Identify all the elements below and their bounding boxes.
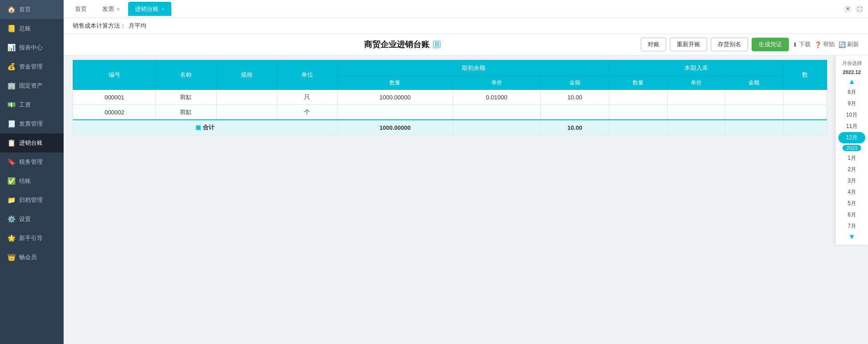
month-item-9[interactable]: 9月 bbox=[836, 98, 868, 109]
reports-icon: 📊 bbox=[7, 44, 15, 52]
sub-col-qty-in: 数量 bbox=[609, 76, 667, 90]
sidebar-item-label: 进销台账 bbox=[19, 139, 43, 147]
cell-qty-in bbox=[609, 105, 667, 120]
month-item-6[interactable]: 6月 bbox=[836, 209, 868, 221]
cell-name: 前缸 bbox=[156, 90, 216, 105]
tab-invoice[interactable]: 发票 × bbox=[95, 2, 126, 16]
col-unit: 单位 bbox=[277, 60, 337, 90]
funds-icon: 💰 bbox=[7, 63, 15, 71]
sidebar-item-member[interactable]: 👑 畅会员 bbox=[0, 248, 64, 267]
total-price-in bbox=[667, 120, 725, 135]
table-row[interactable]: 000002 前缸 个 bbox=[73, 105, 827, 120]
tab-invoice-label: 发票 bbox=[102, 5, 114, 13]
guide-icon: 🌟 bbox=[7, 234, 15, 242]
sub-col-price-in: 单价 bbox=[667, 76, 725, 90]
month-item-1[interactable]: 1月 bbox=[836, 152, 868, 164]
tab-home[interactable]: 首页 bbox=[68, 2, 94, 16]
content-area: 销售成本计算方法： 月平均 商贸企业进销台账 目 对账 重新开账 存货别名 生成… bbox=[64, 18, 868, 344]
help-button[interactable]: ❓ 帮助 bbox=[814, 40, 835, 49]
toolbar: 商贸企业进销台账 目 对账 重新开账 存货别名 生成凭证 ⬇ 下载 ❓ 帮助 🔄 bbox=[64, 34, 868, 55]
month-panel: 月份选择 2022.12 ▲ 8月 9月 10月 11月 12月 2023 1月… bbox=[835, 55, 868, 245]
sidebar-item-label: 结账 bbox=[19, 177, 31, 185]
month-item-2[interactable]: 2月 bbox=[836, 164, 868, 175]
tab-purchase-sales-label: 进销台账 bbox=[135, 5, 159, 13]
cell-qty-init: 1000.00000 bbox=[337, 90, 453, 105]
sidebar-item-payroll[interactable]: 💵 工资 bbox=[0, 95, 64, 114]
sidebar-item-label: 发票管理 bbox=[19, 120, 43, 128]
month-item-11[interactable]: 11月 bbox=[836, 121, 868, 132]
sub-col-amount-init: 金额 bbox=[540, 76, 609, 90]
download-icon: ⬇ bbox=[793, 41, 798, 48]
sidebar-item-invoice-mgmt[interactable]: 🧾 发票管理 bbox=[0, 114, 64, 133]
year-badge-2023: 2023 bbox=[843, 145, 861, 151]
main-content: 首页 发票 × 进销台账 × ✕ ⛶ 销售成本计算方法： 月平均 商贸企业进销台… bbox=[64, 0, 868, 344]
total-label: ▣合计 bbox=[73, 120, 338, 135]
cell-qty-init bbox=[337, 105, 453, 120]
month-item-3[interactable]: 3月 bbox=[836, 175, 868, 187]
month-item-5[interactable]: 5月 bbox=[836, 198, 868, 209]
tab-purchase-sales[interactable]: 进销台账 × bbox=[128, 2, 171, 16]
total-row: ▣合计 1000.00000 10.00 bbox=[73, 120, 827, 135]
sidebar-item-settings[interactable]: ⚙️ 设置 bbox=[0, 210, 64, 229]
sidebar-item-assets[interactable]: 🏢 固定资产 bbox=[0, 76, 64, 95]
download-button[interactable]: ⬇ 下载 bbox=[793, 40, 811, 49]
tab-purchase-sales-close[interactable]: × bbox=[161, 6, 164, 12]
reopen-button[interactable]: 重新开账 bbox=[670, 38, 707, 51]
toolbar-actions: 对账 重新开账 存货别名 生成凭证 ⬇ 下载 ❓ 帮助 🔄 刷新 bbox=[641, 38, 859, 51]
month-item-8[interactable]: 8月 bbox=[836, 87, 868, 98]
month-nav-up[interactable]: ▲ bbox=[848, 77, 856, 87]
table-body: 000001 前缸 只 1000.00000 0.01000 10.00 000… bbox=[73, 90, 827, 135]
minimize-button[interactable]: ✕ bbox=[843, 5, 852, 13]
col-group-in: 本期入库 bbox=[609, 60, 783, 76]
sidebar-item-tax[interactable]: 🔖 税务管理 bbox=[0, 152, 64, 172]
sidebar-item-purchase-sales[interactable]: 📋 进销台账 bbox=[0, 133, 64, 152]
col-name: 名称 bbox=[156, 60, 216, 90]
cost-method-value: 月平均 bbox=[129, 22, 146, 30]
sidebar-item-ledger[interactable]: 📒 总账 bbox=[0, 19, 64, 38]
cell-spec bbox=[216, 105, 277, 120]
cell-id: 000002 bbox=[73, 105, 156, 120]
cell-amount-init: 10.00 bbox=[540, 90, 609, 105]
refresh-button[interactable]: 🔄 刷新 bbox=[838, 40, 859, 49]
sidebar-item-label: 首页 bbox=[19, 5, 31, 14]
col-group-init: 期初余额 bbox=[337, 60, 609, 76]
sidebar-item-label: 总账 bbox=[19, 25, 31, 33]
maximize-button[interactable]: ⛶ bbox=[855, 5, 863, 13]
sidebar-item-home[interactable]: 🏠 首页 bbox=[0, 0, 64, 19]
sidebar-item-archive[interactable]: 📁 归档管理 bbox=[0, 191, 64, 210]
cell-qty-in bbox=[609, 90, 667, 105]
cell-spec bbox=[216, 90, 277, 105]
table-wrapper: 编号 名称 规格 单位 期初余额 本期入库 数 数量 单价 金额 数量 单价 bbox=[64, 55, 868, 344]
month-item-10[interactable]: 10月 bbox=[836, 109, 868, 121]
save-as-button[interactable]: 存货别名 bbox=[711, 38, 748, 51]
month-item-12[interactable]: 12月 bbox=[838, 132, 865, 143]
tab-invoice-close[interactable]: × bbox=[117, 6, 120, 12]
cell-price-in bbox=[667, 90, 725, 105]
sidebar-item-label: 工资 bbox=[19, 101, 31, 109]
cell-price-init bbox=[453, 105, 540, 120]
sidebar-item-funds[interactable]: 💰 资金管理 bbox=[0, 57, 64, 76]
sidebar-item-label: 新手引导 bbox=[19, 234, 43, 242]
sidebar-item-closing[interactable]: ✅ 结账 bbox=[0, 172, 64, 191]
table-row[interactable]: 000001 前缸 只 1000.00000 0.01000 10.00 bbox=[73, 90, 827, 105]
month-nav-down[interactable]: ▼ bbox=[848, 232, 856, 242]
total-extra bbox=[783, 120, 827, 135]
month-item-7[interactable]: 7月 bbox=[836, 221, 868, 232]
sidebar-item-label: 设置 bbox=[19, 215, 31, 223]
info-icon[interactable]: 目 bbox=[433, 41, 440, 48]
sidebar-item-label: 报表中心 bbox=[19, 44, 43, 52]
settings-icon: ⚙️ bbox=[7, 215, 15, 223]
reconcile-button[interactable]: 对账 bbox=[641, 38, 666, 51]
cell-unit: 只 bbox=[277, 90, 337, 105]
member-icon: 👑 bbox=[7, 253, 15, 261]
sidebar-item-guide[interactable]: 🌟 新手引导 bbox=[0, 229, 64, 248]
sidebar-item-label: 资金管理 bbox=[19, 63, 43, 71]
tab-bar: 首页 发票 × 进销台账 × ✕ ⛶ bbox=[64, 0, 868, 18]
cell-extra bbox=[783, 90, 827, 105]
sidebar-item-reports[interactable]: 📊 报表中心 bbox=[0, 38, 64, 57]
cell-unit: 个 bbox=[277, 105, 337, 120]
generate-voucher-button[interactable]: 生成凭证 bbox=[752, 38, 789, 51]
month-item-4[interactable]: 4月 bbox=[836, 187, 868, 198]
total-amount-in bbox=[725, 120, 783, 135]
assets-icon: 🏢 bbox=[7, 82, 15, 90]
